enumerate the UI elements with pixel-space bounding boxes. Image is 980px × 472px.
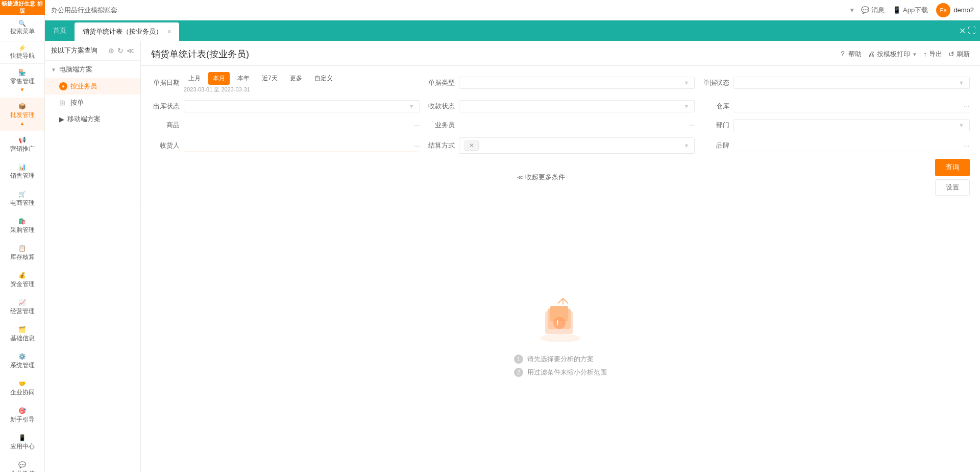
sidebar-item-system[interactable]: ⚙️ 系统管理 xyxy=(0,348,44,375)
scheme-group-desktop-title[interactable]: ▼ 电脑端方案 xyxy=(45,61,140,78)
sidebar-item-quicknav[interactable]: ⚡ 快捷导航 xyxy=(0,41,44,64)
date-btn-this-month[interactable]: 本月 xyxy=(208,72,230,85)
scheme-group-desktop: ▼ 电脑端方案 ● 按业务员 ⊞ 按单 xyxy=(45,61,140,111)
sidebar-item-wechat[interactable]: 💬 企业微信 xyxy=(0,456,44,472)
date-btn-last-month[interactable]: 上月 xyxy=(184,72,205,85)
sidebar-item-label: 系统管理 xyxy=(10,361,35,370)
settlement-tag-close[interactable]: ✕ xyxy=(469,142,474,149)
salesperson-value: ··· xyxy=(459,119,695,131)
purchase-icon: 🛍️ xyxy=(18,218,26,225)
date-btn-this-year[interactable]: 本年 xyxy=(233,72,254,85)
filter-date: 单据日期 上月 本月 本年 近7天 更多 自定义 2023-03-01 至 20… xyxy=(151,72,420,93)
warehouse-dots-btn[interactable]: ··· xyxy=(964,102,970,110)
app-download-btn[interactable]: 📱 App下载 xyxy=(893,6,928,15)
chevron-down-icon: ▼ xyxy=(409,103,414,109)
date-btn-custom[interactable]: 自定义 xyxy=(310,72,337,85)
sidebar-item-inventory[interactable]: 📋 库存核算 xyxy=(0,240,44,267)
sidebar-item-enterprise[interactable]: 🤝 企业协同 xyxy=(0,375,44,402)
step-label-1: 请先选择要分析的方案 xyxy=(527,355,594,364)
svg-text:!: ! xyxy=(556,319,559,327)
sidebar-item-label: 新手引导 xyxy=(10,415,35,424)
doc-type-select[interactable]: ▼ xyxy=(459,77,695,89)
payment-status-select[interactable]: ▼ xyxy=(459,100,695,112)
topbar: 办公用品行业模拟账套 ▼ 💬 消息 📱 App下载 Ea demo2 xyxy=(45,0,980,20)
salesperson-text-input[interactable] xyxy=(459,121,687,129)
out-status-select[interactable]: ▼ xyxy=(184,100,420,112)
recipient-input[interactable]: ··· xyxy=(184,139,420,152)
appcenter-icon: 📱 xyxy=(18,434,26,441)
scheme-item-salesperson[interactable]: ● 按业务员 xyxy=(45,78,140,95)
print-icon: 🖨 xyxy=(868,50,875,58)
salesperson-input[interactable]: ··· xyxy=(459,119,695,131)
add-scheme-btn[interactable]: ⊕ xyxy=(108,46,114,55)
help-label: 帮助 xyxy=(848,50,862,59)
filter-recipient: 收货人 ··· xyxy=(151,139,420,152)
settlement-select[interactable]: ✕ ▼ xyxy=(459,137,695,154)
user-menu[interactable]: Ea demo2 xyxy=(936,3,974,17)
product-text-input[interactable] xyxy=(184,121,412,129)
tab-close-icon[interactable]: × xyxy=(167,28,171,35)
product-value: ··· xyxy=(184,119,420,131)
sidebar-item-search[interactable]: 🔍 搜索菜单 xyxy=(0,15,44,41)
filter-department: 部门 ▼ xyxy=(701,119,970,131)
sidebar-item-purchase[interactable]: 🛍️ 采购管理 xyxy=(0,213,44,240)
out-status-label: 出库状态 xyxy=(151,102,180,111)
recipient-dots-btn[interactable]: ··· xyxy=(414,141,420,150)
message-btn[interactable]: 💬 消息 xyxy=(861,6,885,15)
print-btn[interactable]: 🖨 按模板打印 ▼ xyxy=(868,50,917,59)
sidebar-item-basic-info[interactable]: 🗂️ 基础信息 xyxy=(0,321,44,348)
export-btn[interactable]: ↑ 导出 xyxy=(923,50,942,59)
warehouse-text-input[interactable] xyxy=(733,102,962,110)
doc-type-label: 单据类型 xyxy=(426,78,455,87)
chevron-down-icon: ▼ xyxy=(683,80,689,86)
tab-home[interactable]: 首页 xyxy=(45,20,75,41)
recipient-text-input[interactable] xyxy=(184,141,412,149)
sidebar-item-label: 经营管理 xyxy=(10,307,35,316)
sidebar-item-retail[interactable]: 🏪 零售管理 ▼ xyxy=(0,64,44,98)
sidebar-item-wholesale[interactable]: 📦 批发管理 ▲ xyxy=(0,98,44,131)
product-input[interactable]: ··· xyxy=(184,119,420,131)
tab-sales-stat[interactable]: 销货单统计表（按业务员） × xyxy=(75,22,179,41)
refresh-icon: ↺ xyxy=(948,50,954,58)
salesperson-dots-btn[interactable]: ··· xyxy=(689,121,695,129)
collapse-panel-btn[interactable]: ≪ xyxy=(127,46,134,55)
brand-input[interactable]: ··· xyxy=(733,139,970,152)
settings-button[interactable]: 设置 xyxy=(935,179,970,196)
sidebar-item-finance[interactable]: 💰 资金管理 xyxy=(0,267,44,294)
tab-maximize-btn[interactable]: ⛶ xyxy=(968,26,976,35)
sidebar-item-operations[interactable]: 📈 经营管理 xyxy=(0,294,44,321)
doc-status-select[interactable]: ▼ xyxy=(733,77,970,89)
topbar-actions: 💬 消息 📱 App下载 Ea demo2 xyxy=(861,3,974,17)
print-dropdown-icon[interactable]: ▼ xyxy=(912,52,917,57)
help-btn[interactable]: ？ 帮助 xyxy=(839,50,862,59)
sidebar-item-appcenter[interactable]: 📱 应用中心 xyxy=(0,429,44,456)
date-btn-7days[interactable]: 近7天 xyxy=(257,72,282,85)
department-select[interactable]: ▼ xyxy=(733,119,970,131)
tab-close-btn[interactable]: ✕ xyxy=(959,26,966,36)
filter-brand: 品牌 ··· xyxy=(701,139,970,152)
sidebar-item-marketing[interactable]: 📢 营销推广 xyxy=(0,131,44,158)
refresh-btn[interactable]: ↺ 刷新 xyxy=(948,50,970,59)
scheme-item-byorder[interactable]: ⊞ 按单 xyxy=(45,95,140,111)
date-btn-more[interactable]: 更多 xyxy=(285,72,307,85)
filter-product: 商品 ··· xyxy=(151,119,420,131)
breadcrumb-dropdown-icon[interactable]: ▼ xyxy=(849,7,855,14)
inventory-icon: 📋 xyxy=(18,245,26,252)
tabbar: 首页 销货单统计表（按业务员） × ✕ ⛶ xyxy=(45,20,980,41)
refresh-scheme-btn[interactable]: ↻ xyxy=(117,46,124,55)
warehouse-input[interactable]: ··· xyxy=(733,100,970,112)
sidebar-item-newguide[interactable]: 🎯 新手引导 xyxy=(0,402,44,429)
sidebar-item-label: 基础信息 xyxy=(10,334,35,343)
product-dots-btn[interactable]: ··· xyxy=(414,121,420,129)
scheme-group-mobile-title[interactable]: ▶ 移动端方案 xyxy=(45,111,140,127)
sidebar-item-ecommerce[interactable]: 🛒 电商管理 xyxy=(0,185,44,213)
sidebar-item-label: 零售管理 xyxy=(10,77,35,86)
wholesale-icon: 📦 xyxy=(18,103,26,110)
sidebar-item-sales[interactable]: 📊 销售管理 xyxy=(0,158,44,185)
sidebar-item-label: 采购管理 xyxy=(10,226,35,234)
brand-text-input[interactable] xyxy=(733,141,962,149)
collapse-btn[interactable]: ≪ 收起更多条件 xyxy=(151,170,931,185)
query-button[interactable]: 查询 xyxy=(935,159,970,176)
sidebar-item-label: 搜索菜单 xyxy=(0,27,44,36)
brand-dots-btn[interactable]: ··· xyxy=(964,141,970,150)
